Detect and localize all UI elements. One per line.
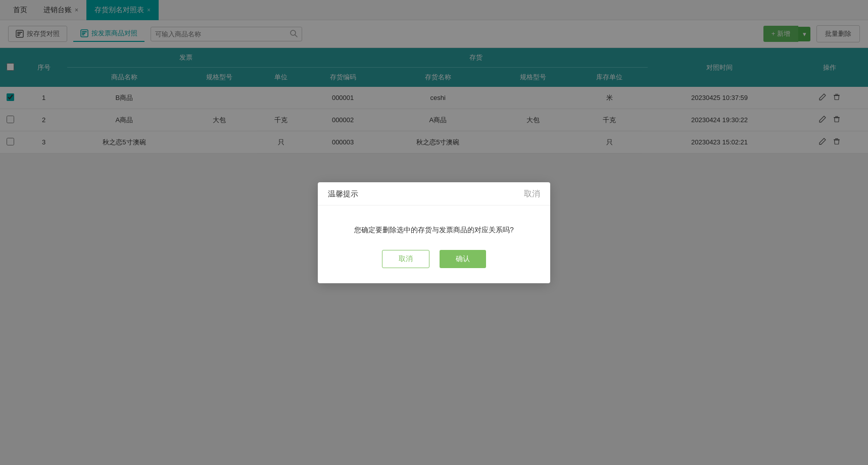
modal-overlay: 温馨提示 取消 您确定要删除选中的存货与发票商品的对应关系吗? 取消 确认	[0, 0, 868, 153]
